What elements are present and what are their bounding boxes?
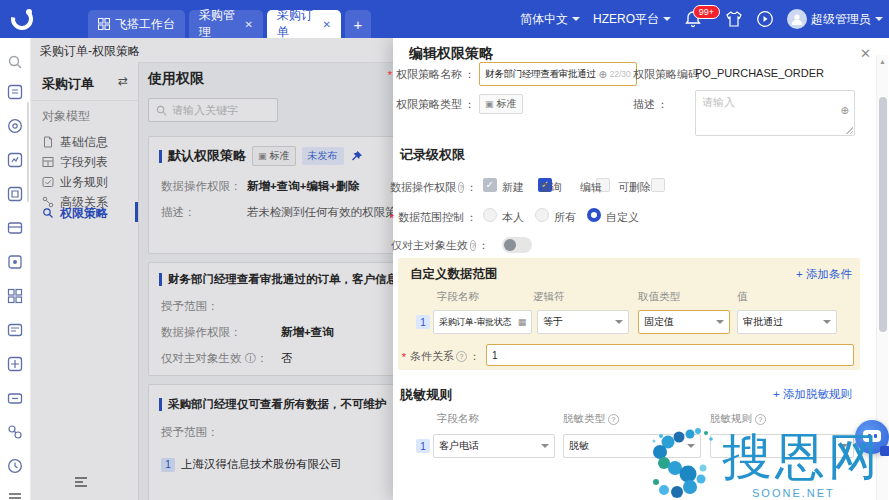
column-header: 脱敏类型 [563,412,619,426]
masking-section-title: 脱敏规则 [400,386,452,404]
column-header: 字段名称 [437,412,479,426]
chevron-down-icon [875,17,883,21]
data-ops-label: 数据操作权限 ： [393,180,477,195]
custom-range-panel: 自定义数据范围 + 添加条件 字段名称 逻辑符 取值类型 值 1 采购订单-审批… [398,258,860,370]
play-circle-icon [756,10,774,28]
language-select[interactable]: 简体中文 [520,11,580,28]
close-icon[interactable]: ✕ [323,19,331,30]
tab-label: 采购管理 [199,7,238,41]
custom-range-title: 自定义数据范围 [410,266,498,283]
tab-purchase-mgmt[interactable]: 采购管理 ✕ [189,10,263,38]
chevron-down-icon [687,444,695,448]
rail-scrollbar[interactable] [27,102,29,202]
module-icon[interactable] [7,84,23,100]
chevron-down-icon [615,320,623,324]
radio-custom[interactable] [587,208,601,222]
checkbox-label: 编辑 [580,180,602,195]
logo-icon[interactable] [8,5,36,33]
checkbox-label: 查询 [540,180,562,195]
topbar-right-cluster: 简体中文 HZERO平台 99+ [520,0,883,38]
chevron-down-icon [663,17,671,21]
globe-icon[interactable] [841,105,849,116]
globe-icon[interactable] [598,69,606,80]
module-icon[interactable] [7,424,23,440]
char-counter: 22/30 [610,69,631,79]
help-icon[interactable] [458,182,464,193]
row-number-badge: 1 [416,439,430,453]
module-icon[interactable] [7,186,23,202]
guide-button[interactable] [756,10,774,28]
policy-name-input[interactable]: 财务部门经理查看审批通过 22/30 [479,62,637,86]
description-label: 描述： [633,97,668,112]
record-section-title: 记录级权限 [400,146,465,164]
masking-type-select[interactable]: 脱敏 [563,434,701,458]
add-condition-link[interactable]: + 添加条件 [796,267,852,282]
operator-select[interactable]: 等于 [537,310,629,334]
module-icon[interactable] [7,152,23,168]
drawer-mask[interactable] [30,38,393,500]
radio-self[interactable] [483,208,497,222]
help-icon[interactable] [456,351,467,362]
masking-rule-select[interactable] [710,434,854,458]
policy-code-value: PO_PURCHASE_ORDER [695,67,824,79]
radio-all[interactable] [535,208,549,222]
description-textarea[interactable]: 请输入 [695,90,855,136]
app-window: 飞搭工作台 采购管理 ✕ 采购订单 ✕ + 简体中文 HZERO平台 [0,0,889,500]
platform-select[interactable]: HZERO平台 [593,11,671,28]
help-icon[interactable] [470,240,476,251]
column-header: 字段名称 [437,290,479,304]
close-icon[interactable] [860,46,871,61]
module-icon[interactable] [7,220,23,236]
column-header: 脱敏规则 [710,412,766,426]
new-tab-button[interactable]: + [345,10,371,38]
chevron-down-icon [716,320,724,324]
main-object-only-toggle[interactable] [502,237,532,253]
radio-label: 所有 [554,210,576,225]
module-icon[interactable] [7,390,23,406]
search-icon[interactable] [7,54,23,70]
condition-field-input[interactable]: 采购订单-审批状态 [433,310,532,334]
drawer-title: 编辑权限策略 [409,45,493,63]
assistant-float-button[interactable] [855,420,889,454]
checkbox-delete[interactable] [651,178,665,192]
theme-button[interactable] [725,10,743,28]
grid-icon [98,18,110,30]
tab-purchase-order[interactable]: 采购订单 ✕ [267,10,341,38]
value-type-select[interactable]: 固定值 [638,310,730,334]
policy-type-label: 权限策略类型： [395,97,475,112]
condition-value-select[interactable]: 审批通过 [737,310,837,334]
help-icon[interactable] [608,414,619,425]
add-masking-rule-link[interactable]: + 添加脱敏规则 [773,387,852,402]
toggle-knob [504,239,516,251]
module-icon[interactable] [7,356,23,372]
module-icon[interactable] [7,458,23,474]
data-scope-label: * 数据范围控制： [393,210,477,225]
user-menu[interactable]: 超级管理员 [787,9,883,29]
resize-handle[interactable] [846,127,853,134]
module-icon[interactable] [7,118,23,134]
field-picker-icon[interactable] [518,317,526,327]
scroll-up-icon[interactable] [879,58,886,65]
radio-label: 本人 [502,210,524,225]
masking-field-select[interactable]: 客户电话 [433,434,555,458]
close-icon[interactable]: ✕ [245,19,253,30]
checkbox-create[interactable] [483,178,497,192]
tab-label: 采购订单 [277,7,316,41]
chevron-down-icon [541,444,549,448]
menu-list-icon[interactable] [7,490,23,500]
policy-name-label: * 权限策略名称： [395,67,475,82]
radio-label: 自定义 [606,210,639,225]
tab-workbench[interactable]: 飞搭工作台 [88,10,185,38]
chevron-down-icon [823,320,831,324]
module-icon[interactable] [7,254,23,270]
help-icon[interactable] [755,414,766,425]
column-header: 逻辑符 [533,290,565,304]
checkbox-label: 可删除 [618,180,651,195]
column-header: 值 [737,290,748,304]
scrollbar-thumb[interactable] [879,97,887,332]
relation-input[interactable]: 1 [486,344,854,366]
module-icon[interactable] [7,322,23,338]
notification-badge: 99+ [693,5,720,19]
module-icon[interactable] [7,288,23,304]
notifications-button[interactable]: 99+ [684,9,704,29]
